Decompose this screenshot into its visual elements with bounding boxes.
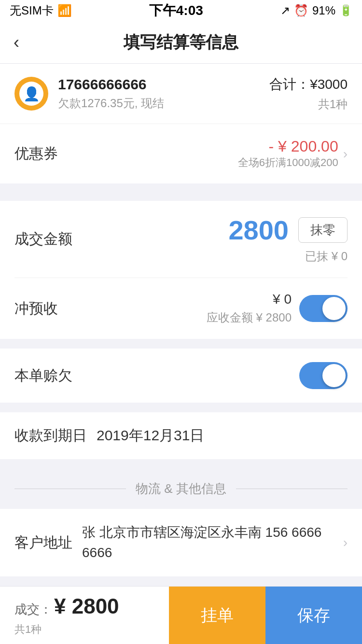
address-card: 客户地址 张 北京市市辖区海淀区永丰南 156 6666 6666 › (0, 509, 362, 576)
wifi-icon: 📶 (57, 4, 72, 17)
location-icon: ↗ (280, 4, 290, 17)
back-button[interactable]: ‹ (14, 32, 19, 53)
carrier-label: 无SIM卡 (10, 3, 54, 18)
bottom-label: 成交： (14, 601, 52, 618)
coupon-discount: - ¥ 200.00 全场6折满1000减200 (238, 138, 338, 170)
customer-right: 合计：¥3000 共1种 (269, 75, 348, 112)
content: 👤 17666666666 欠款1276.35元, 现结 合计：¥3000 共1… (0, 64, 362, 644)
status-right: ↗ ⏰ 91% 🔋 (280, 4, 352, 17)
round-button[interactable]: 抹零 (298, 217, 348, 243)
customer-row: 👤 17666666666 欠款1276.35元, 现结 合计：¥3000 共1… (0, 64, 362, 124)
prepayment-label: 冲预收 (14, 299, 58, 319)
total-amount: 合计：¥3000 (269, 75, 348, 94)
customer-info: 17666666666 欠款1276.35元, 现结 (58, 76, 164, 111)
bottom-summary: 成交： ¥ 2800 共1种 (0, 594, 169, 637)
amount-area: 2800 抹零 (228, 214, 348, 246)
toggle-thumb-2 (322, 364, 346, 387)
bottom-buttons: 挂单 保存 (169, 587, 362, 644)
form-section-1: 成交金额 2800 抹零 已抹 ¥ 0 冲预收 ¥ 0 应收金额 ¥ 2800 (0, 201, 362, 339)
customer-phone: 17666666666 (58, 76, 164, 93)
transaction-label: 成交金额 (14, 229, 72, 249)
customer-left: 👤 17666666666 欠款1276.35元, 现结 (14, 76, 164, 111)
section-divider-3 (0, 403, 362, 412)
battery-label: 91% (312, 4, 335, 17)
transaction-amount: 2800 (228, 214, 289, 246)
transaction-sub: 已抹 ¥ 0 (305, 249, 348, 264)
coupon-amount: - ¥ 200.00 (269, 138, 338, 155)
nav-bar: ‹ 填写结算等信息 (0, 21, 362, 64)
prepayment-sub: 应收金额 ¥ 2800 (207, 310, 292, 325)
avatar: 👤 (14, 77, 48, 111)
bottom-count: 共1种 (14, 622, 169, 637)
section-divider-1 (0, 191, 362, 201)
coupon-label: 优惠券 (14, 144, 58, 164)
prepayment-row: 冲预收 ¥ 0 应收金额 ¥ 2800 (14, 278, 348, 339)
alarm-icon: ⏰ (294, 4, 308, 17)
prepayment-toggle[interactable] (299, 295, 348, 322)
address-chevron-icon: › (343, 535, 348, 550)
debt-row: 本单赊欠 (14, 349, 348, 403)
avatar-icon: 👤 (19, 82, 43, 106)
save-button[interactable]: 保存 (265, 587, 362, 644)
customer-card: 👤 17666666666 欠款1276.35元, 现结 合计：¥3000 共1… (0, 64, 362, 183)
customer-debt: 欠款1276.35元, 现结 (58, 96, 164, 111)
status-bar: 无SIM卡 📶 下午4:03 ↗ ⏰ 91% 🔋 (0, 0, 362, 21)
section-divider-2 (0, 339, 362, 349)
prepayment-info: ¥ 0 应收金额 ¥ 2800 (207, 292, 292, 325)
due-date-value: 2019年12月31日 (97, 426, 204, 446)
transaction-right: 2800 抹零 已抹 ¥ 0 (228, 214, 348, 264)
address-value: 张 北京市市辖区海淀区永丰南 156 6666 6666 (82, 522, 343, 563)
logistics-line-left (14, 489, 126, 489)
address-label: 客户地址 (14, 533, 72, 553)
due-date-label: 收款到期日 (14, 426, 87, 446)
chevron-right-icon: › (343, 146, 348, 162)
bottom-amount: ¥ 2800 (54, 594, 119, 618)
status-left: 无SIM卡 📶 (10, 3, 72, 18)
prepayment-right: ¥ 0 应收金额 ¥ 2800 (207, 292, 348, 325)
debt-toggle[interactable] (299, 362, 348, 389)
address-row[interactable]: 客户地址 张 北京市市辖区海淀区永丰南 156 6666 6666 › (0, 509, 362, 576)
transaction-row: 成交金额 2800 抹零 已抹 ¥ 0 (14, 201, 348, 278)
due-date-row: 收款到期日 2019年12月31日 (0, 412, 362, 459)
logistics-label: 物流 & 其他信息 (126, 480, 236, 497)
total-count: 共1种 (318, 97, 348, 112)
coupon-desc: 全场6折满1000减200 (238, 155, 338, 170)
battery-icon: 🔋 (339, 4, 352, 17)
prepayment-amount: ¥ 0 (273, 292, 292, 307)
coupon-row[interactable]: 优惠券 - ¥ 200.00 全场6折满1000减200 › (0, 124, 362, 183)
form-section-2: 本单赊欠 (0, 349, 362, 403)
logistics-line-right (236, 489, 348, 489)
time-label: 下午4:03 (149, 1, 203, 20)
section-divider-4 (0, 459, 362, 469)
bottom-bar: 成交： ¥ 2800 共1种 挂单 保存 (0, 586, 362, 644)
toggle-thumb (322, 297, 346, 320)
hang-button[interactable]: 挂单 (169, 587, 265, 644)
page-title: 填写结算等信息 (124, 31, 238, 54)
coupon-right: - ¥ 200.00 全场6折满1000减200 › (238, 138, 348, 170)
logistics-divider: 物流 & 其他信息 (0, 469, 362, 509)
debt-label: 本单赊欠 (14, 366, 72, 386)
